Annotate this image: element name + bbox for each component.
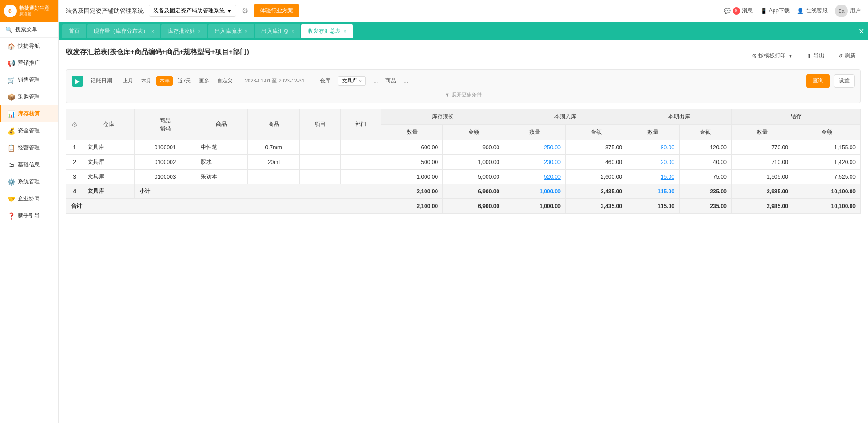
cell-out-qty[interactable]: 20.00 xyxy=(627,155,679,170)
remove-warehouse-icon[interactable]: × xyxy=(359,78,362,84)
online-service-btn[interactable]: 👤 在线客服 xyxy=(797,7,828,15)
sidebar-label: 系统管理 xyxy=(18,178,40,186)
close-icon[interactable]: × xyxy=(151,29,154,34)
cell-name: 胶水 xyxy=(196,155,248,170)
tab-inout-summary[interactable]: 出入库汇总 × xyxy=(255,24,301,38)
preset-7days[interactable]: 近7天 xyxy=(175,76,194,86)
close-icon[interactable]: × xyxy=(245,29,248,34)
sidebar-item-marketing[interactable]: 📢 营销推广 xyxy=(0,55,58,71)
cell-in-qty[interactable]: 230.00 xyxy=(504,155,566,170)
tab-inventory-dist[interactable]: 现存量（库存分布表） × xyxy=(87,24,160,38)
preset-this-month[interactable]: 本月 xyxy=(138,76,155,86)
table-row: 3 文具库 0100003 采访本 1,000.00 5,000.00 520.… xyxy=(66,170,861,184)
sidebar-header: 6 畅捷通好生意 标准版 xyxy=(0,0,58,22)
sidebar-item-quick-nav[interactable]: 🏠 快捷导航 xyxy=(0,38,58,55)
subtotal-open-qty: 2,100.00 xyxy=(381,184,443,199)
sidebar-item-purchase[interactable]: 📦 采购管理 xyxy=(0,88,58,105)
gear-icon[interactable]: ⚙ xyxy=(242,6,248,15)
col-bal-qty: 数量 xyxy=(731,125,793,140)
chevron-down-icon: ▼ xyxy=(445,92,450,98)
cell-in-amt: 2,600.00 xyxy=(565,170,627,184)
cell-bal-qty: 1,505.00 xyxy=(731,170,793,184)
total-label: 合计 xyxy=(66,199,381,214)
trial-btn[interactable]: 体验行业方案 xyxy=(254,4,299,17)
sidebar-subtitle: 标准版 xyxy=(19,11,50,17)
goods-more-btn[interactable]: ... xyxy=(404,78,408,84)
sidebar-item-sales[interactable]: 🛒 销售管理 xyxy=(0,71,58,88)
subtotal-index: 4 xyxy=(66,184,83,199)
close-icon[interactable]: × xyxy=(292,29,294,34)
table-row: 1 文具库 0100001 中性笔 0.7mm 600.00 900.00 25… xyxy=(66,140,861,155)
message-btn[interactable]: 💬 6 消息 xyxy=(724,7,753,15)
cell-open-qty: 1,000.00 xyxy=(381,170,443,184)
subtotal-in-amt: 3,435.00 xyxy=(565,184,627,199)
sidebar-label: 营销推广 xyxy=(18,59,40,67)
sidebar-item-guide[interactable]: ❓ 新手引导 xyxy=(0,207,58,224)
sidebar-item-inventory[interactable]: 📊 库存核算 xyxy=(0,105,58,122)
cell-in-qty[interactable]: 250.00 xyxy=(504,140,566,155)
cell-in-qty[interactable]: 520.00 xyxy=(504,170,566,184)
query-btn[interactable]: 查询 xyxy=(806,74,830,88)
cell-out-amt: 120.00 xyxy=(679,140,731,155)
cell-out-qty[interactable]: 15.00 xyxy=(627,170,679,184)
close-icon[interactable]: × xyxy=(343,29,346,34)
expand-more-row[interactable]: ▼ 展开更多条件 xyxy=(72,88,855,98)
col-in-qty: 数量 xyxy=(504,125,566,140)
cell-out-qty[interactable]: 80.00 xyxy=(627,140,679,155)
tab-inout-flow[interactable]: 出入库流水 × xyxy=(208,24,254,38)
tab-label: 收发存汇总表 xyxy=(308,27,341,35)
sidebar-item-system[interactable]: ⚙️ 系统管理 xyxy=(0,173,58,190)
tab-label: 首页 xyxy=(69,27,80,35)
cell-index: 3 xyxy=(66,170,83,184)
marketing-icon: 📢 xyxy=(7,60,15,67)
refresh-btn[interactable]: ↺ 刷新 xyxy=(833,49,861,62)
tab-home[interactable]: 首页 xyxy=(62,24,86,38)
close-icon[interactable]: × xyxy=(198,29,201,34)
tab-batch-ledger[interactable]: 库存批次账 × xyxy=(161,24,207,38)
sidebar-label: 销售管理 xyxy=(18,76,40,84)
sidebar-item-operation[interactable]: 📋 经营管理 xyxy=(0,139,58,156)
table-row: 2 文具库 0100002 胶水 20ml 500.00 1,000.00 23… xyxy=(66,155,861,170)
cell-index: 1 xyxy=(66,140,83,155)
cell-out-amt: 75.00 xyxy=(679,170,731,184)
cell-spec: 20ml xyxy=(248,155,300,170)
col-goods-spec: 商品 xyxy=(248,109,300,140)
preset-custom[interactable]: 自定义 xyxy=(214,76,236,86)
total-out-qty: 115.00 xyxy=(627,199,679,214)
subtotal-out-qty[interactable]: 115.00 xyxy=(627,184,679,199)
sidebar-item-cooperation[interactable]: 🤝 企业协同 xyxy=(0,190,58,207)
filter-expand-btn[interactable]: ▶ xyxy=(72,76,83,87)
preset-prev-month[interactable]: 上月 xyxy=(120,76,136,86)
cell-project xyxy=(300,170,341,184)
subtotal-in-qty[interactable]: 1,000.00 xyxy=(504,184,566,199)
col-goods-name: 商品 xyxy=(196,109,248,140)
tabbar-close-btn[interactable]: ✕ xyxy=(858,27,864,36)
cell-name: 采访本 xyxy=(196,170,248,184)
sidebar-search[interactable]: 🔍 搜索菜单 xyxy=(0,22,58,38)
preset-this-year[interactable]: 本年 xyxy=(156,76,173,86)
subtotal-row: 4 文具库 小计 2,100.00 6,900.00 1,000.00 3,43… xyxy=(66,184,861,199)
sidebar-item-basic-info[interactable]: 🗂 基础信息 xyxy=(0,156,58,173)
preset-more[interactable]: 更多 xyxy=(196,76,212,86)
total-bal-amt: 10,100.00 xyxy=(793,199,860,214)
guide-icon: ❓ xyxy=(7,212,15,220)
warehouse-tag[interactable]: 文具库 × xyxy=(338,76,366,86)
app-download-btn[interactable]: 📱 App下载 xyxy=(760,7,790,15)
sidebar-item-finance[interactable]: 💰 资金管理 xyxy=(0,122,58,139)
tab-recv-send-summary[interactable]: 收发存汇总表 × xyxy=(301,24,353,38)
app-selector[interactable]: 装备及固定资产辅助管理系统 ▼ xyxy=(149,5,236,17)
cell-code: 0100003 xyxy=(134,170,196,184)
warehouse-more-btn[interactable]: ... xyxy=(373,78,378,84)
settings-btn[interactable]: 设置 xyxy=(834,74,855,88)
expand-more-label: 展开更多条件 xyxy=(452,91,482,98)
cell-open-qty: 500.00 xyxy=(381,155,443,170)
topbar: 装备及固定资产辅助管理系统 装备及固定资产辅助管理系统 ▼ ⚙ 体验行业方案 💬… xyxy=(59,0,868,22)
tabbar: 首页 现存量（库存分布表） × 库存批次账 × 出入库流水 × 出入库汇总 × … xyxy=(59,22,868,40)
print-label: 按模板打印 xyxy=(758,52,786,60)
user-menu-btn[interactable]: Ea 用户 xyxy=(835,5,861,17)
total-open-amt: 6,900.00 xyxy=(443,199,504,214)
export-btn[interactable]: ⬆ 导出 xyxy=(802,49,829,62)
gear-icon[interactable]: ⚙ xyxy=(72,121,77,128)
sidebar-app-title: 畅捷通好生意 xyxy=(19,5,50,11)
print-template-btn[interactable]: 🖨 按模板打印 ▼ xyxy=(746,49,798,62)
